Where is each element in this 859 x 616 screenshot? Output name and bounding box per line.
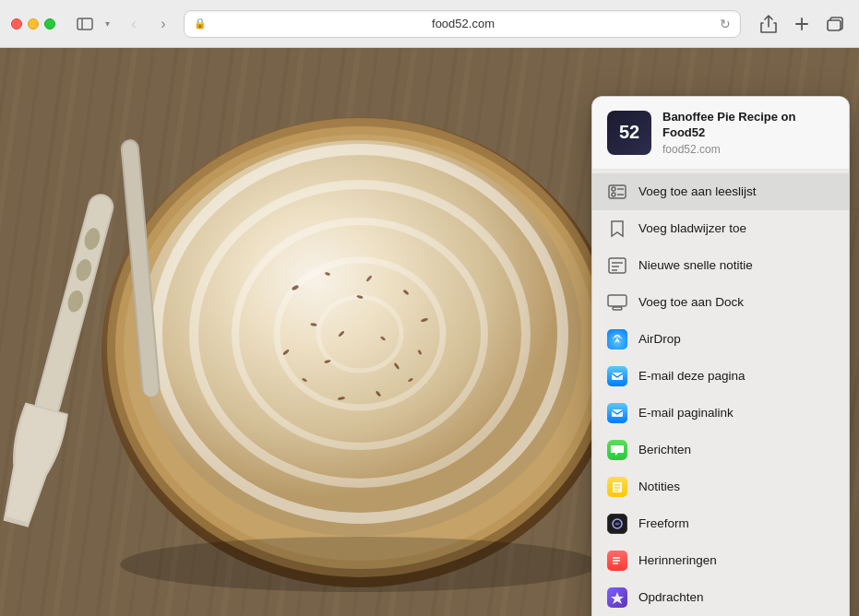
menu-item-email-page[interactable]: E-mail deze pagina <box>592 358 849 395</box>
quick-note-label: Nieuwe snelle notitie <box>638 258 753 272</box>
svg-rect-56 <box>612 373 623 380</box>
svg-point-47 <box>612 193 615 196</box>
shortcuts-label: Opdrachten <box>638 590 704 604</box>
reload-button[interactable]: ↻ <box>720 17 731 31</box>
dock-icon <box>607 292 627 313</box>
site-icon: 52 <box>607 111 651 155</box>
quick-note-icon <box>607 255 627 276</box>
svg-point-44 <box>120 537 600 592</box>
svg-point-67 <box>613 560 614 562</box>
menu-item-bookmark[interactable]: Voeg bladwijzer toe <box>592 210 849 247</box>
sidebar-toggle-button[interactable] <box>74 16 96 32</box>
nav-buttons: ‹ › <box>121 11 176 37</box>
email-page-label: E-mail deze pagina <box>638 369 746 383</box>
airdrop-icon <box>607 329 627 349</box>
minimize-button[interactable] <box>28 18 39 30</box>
address-bar[interactable]: 🔒 food52.com ↻ <box>184 10 741 38</box>
svg-rect-0 <box>78 18 92 30</box>
menu-item-shortcuts[interactable]: Opdrachten <box>592 579 849 616</box>
sidebar-chevron-icon[interactable]: ▾ <box>105 18 110 29</box>
url-text: food52.com <box>212 17 714 30</box>
menu-item-quick-note[interactable]: Nieuwe snelle notitie <box>592 247 849 284</box>
notes-icon <box>607 477 627 497</box>
tabs-button[interactable] <box>822 11 848 37</box>
shortcuts-icon <box>607 587 627 608</box>
svg-rect-57 <box>612 409 623 417</box>
site-info: Banoffee Pie Recipe on Food52 food52.com <box>662 110 834 156</box>
popup-header: 52 Banoffee Pie Recipe on Food52 food52.… <box>592 97 849 170</box>
main-content: 52 Banoffee Pie Recipe on Food52 food52.… <box>0 48 859 616</box>
forward-button[interactable]: › <box>150 11 176 37</box>
site-icon-text: 52 <box>619 122 639 143</box>
menu-item-freeform[interactable]: Freeform <box>592 505 849 542</box>
traffic-lights <box>11 18 55 30</box>
bookmark-icon <box>607 219 627 239</box>
menu-item-email-link[interactable]: E-mail paginalink <box>592 395 849 432</box>
menu-item-notes[interactable]: Notities <box>592 468 849 505</box>
bookmark-label: Voeg bladwijzer toe <box>638 221 746 235</box>
reminders-label: Herinneringen <box>638 553 717 567</box>
svg-rect-4 <box>828 20 841 30</box>
menu-list: Voeg toe aan leeslijst Voeg bladwijzer t… <box>592 170 849 616</box>
svg-rect-45 <box>609 185 626 198</box>
site-url: food52.com <box>662 143 834 156</box>
new-tab-button[interactable] <box>789 11 815 37</box>
email-page-icon <box>607 366 627 386</box>
back-button[interactable]: ‹ <box>121 11 147 37</box>
menu-item-reminders[interactable]: Herinneringen <box>592 542 849 579</box>
site-title: Banoffee Pie Recipe on Food52 <box>662 110 834 141</box>
messages-label: Berichten <box>638 443 691 456</box>
airdrop-label: AirDrop <box>638 332 681 346</box>
svg-point-66 <box>613 557 614 559</box>
site-title-text: Banoffee Pie Recipe on Food52 <box>662 110 795 139</box>
menu-item-dock[interactable]: Voeg toe aan Dock <box>592 284 849 321</box>
toolbar-right <box>756 11 848 37</box>
svg-rect-55 <box>613 307 622 310</box>
freeform-icon <box>607 514 627 534</box>
reading-list-icon <box>607 182 627 202</box>
email-link-icon <box>607 403 627 423</box>
menu-item-messages[interactable]: Berichten <box>592 432 849 468</box>
share-button[interactable] <box>756 11 781 37</box>
svg-point-68 <box>613 563 614 564</box>
freeform-label: Freeform <box>638 516 689 530</box>
messages-icon <box>607 440 627 460</box>
maximize-button[interactable] <box>44 18 55 30</box>
share-popup: 52 Banoffee Pie Recipe on Food52 food52.… <box>591 96 850 616</box>
email-link-label: E-mail paginalink <box>638 406 734 420</box>
reading-list-label: Voeg toe aan leeslijst <box>638 184 757 198</box>
menu-item-reading-list[interactable]: Voeg toe aan leeslijst <box>592 173 849 210</box>
notes-label: Notities <box>638 480 680 493</box>
reminders-icon <box>607 551 627 571</box>
svg-point-46 <box>612 187 615 191</box>
lock-icon: 🔒 <box>194 18 207 30</box>
menu-item-airdrop[interactable]: AirDrop <box>592 321 849 358</box>
close-button[interactable] <box>11 18 22 30</box>
svg-point-14 <box>138 140 581 537</box>
browser-toolbar: ▾ ‹ › 🔒 food52.com ↻ <box>0 0 859 48</box>
svg-rect-54 <box>608 295 626 306</box>
dock-label: Voeg toe aan Dock <box>638 295 744 309</box>
